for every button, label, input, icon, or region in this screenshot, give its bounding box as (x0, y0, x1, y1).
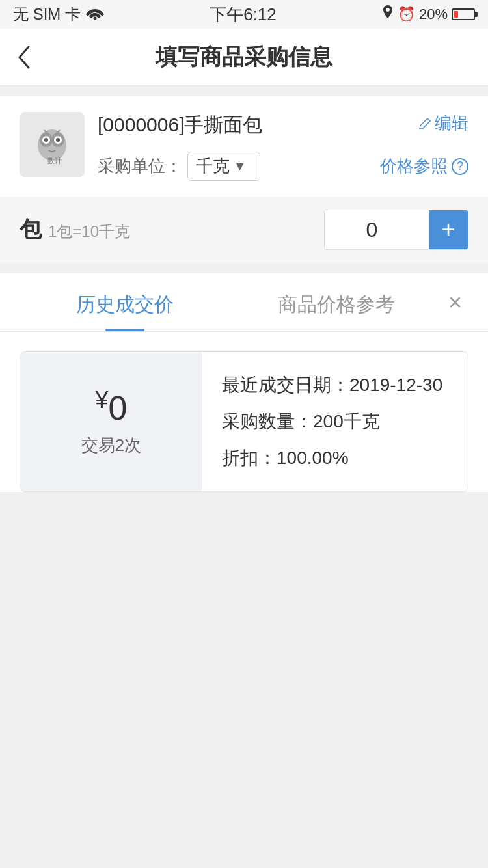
unit-sub: 1包=10千克 (48, 221, 130, 242)
unit-info: 采购单位： 千克 ▼ (98, 152, 260, 181)
back-button[interactable] (16, 44, 31, 70)
product-card: 数计 [0000006]手撕面包 编辑 采购单位： 千克 ▼ 价格参照 (0, 96, 488, 197)
content-area (0, 492, 488, 868)
yen-symbol: ¥ (96, 387, 109, 413)
tab-active-indicator (105, 329, 144, 331)
quantity-plus-button[interactable]: + (429, 210, 468, 249)
transaction-right: 最近成交日期：2019-12-30 采购数量：200千克 折扣：100.00% (202, 352, 468, 491)
quantity-row: 包 1包=10千克 + (0, 197, 488, 263)
quantity-input-group[interactable]: + (324, 210, 468, 250)
tabs-container: 历史成交价 商品价格参考 × ¥0 交易2次 最近成交日期：2019-12-30… (0, 273, 488, 492)
page-title: 填写商品采购信息 (156, 42, 332, 72)
status-left: 无 SIM 卡 (13, 4, 104, 25)
tabs-header: 历史成交价 商品价格参考 × (0, 273, 488, 332)
nav-bar: 填写商品采购信息 (0, 29, 488, 86)
product-thumbnail: 数计 (20, 112, 85, 177)
tab-close-button[interactable]: × (442, 282, 468, 323)
product-name: [0000006]手撕面包 (98, 112, 262, 139)
svg-point-7 (56, 138, 60, 142)
svg-point-6 (44, 138, 48, 142)
recent-date-value: 2019-12-30 (349, 375, 442, 395)
transaction-count: 交易2次 (81, 434, 141, 457)
product-header: [0000006]手撕面包 编辑 (98, 112, 468, 139)
dropdown-arrow-icon: ▼ (234, 159, 247, 174)
recent-date-row: 最近成交日期：2019-12-30 (222, 372, 448, 399)
purchase-qty-value: 200千克 (313, 411, 380, 431)
discount-value: 100.00% (277, 448, 349, 468)
carrier-text: 无 SIM 卡 (13, 4, 81, 25)
location-icon (382, 5, 394, 23)
info-icon: ? (452, 158, 468, 175)
transaction-card: ¥0 交易2次 最近成交日期：2019-12-30 采购数量：200千克 折扣：… (20, 351, 468, 492)
svg-point-0 (94, 17, 97, 20)
wifi-icon (86, 5, 104, 23)
quantity-input[interactable] (325, 210, 429, 249)
unit-value: 千克 (196, 155, 230, 178)
product-info: [0000006]手撕面包 编辑 采购单位： 千克 ▼ 价格参照 ? (98, 112, 468, 181)
purchase-qty-row: 采购数量：200千克 (222, 408, 448, 435)
status-time: 下午6:12 (210, 3, 277, 26)
status-bar: 无 SIM 卡 下午6:12 ⏰ 20% (0, 0, 488, 29)
recent-date-label: 最近成交日期： (222, 375, 349, 395)
transaction-left: ¥0 交易2次 (20, 352, 202, 491)
battery-percent: 20% (419, 6, 448, 23)
quantity-unit-info: 包 1包=10千克 (20, 215, 130, 245)
price-value: 0 (109, 389, 128, 427)
unit-label: 采购单位： (98, 156, 182, 176)
edit-button[interactable]: 编辑 (418, 112, 468, 135)
discount-row: 折扣：100.00% (222, 444, 448, 472)
discount-label: 折扣： (222, 448, 277, 468)
product-logo: 数计 (29, 119, 75, 170)
unit-select[interactable]: 千克 ▼ (187, 152, 260, 181)
svg-text:数计: 数计 (47, 157, 62, 165)
battery-icon (452, 8, 475, 20)
transaction-price: ¥0 (96, 387, 128, 427)
status-right: ⏰ 20% (382, 5, 475, 23)
purchase-qty-label: 采购数量： (222, 411, 313, 431)
tab-price-ref[interactable]: 商品价格参考 (230, 273, 441, 331)
price-ref-button[interactable]: 价格参照 ? (380, 155, 468, 178)
purchase-unit-row: 采购单位： 千克 ▼ 价格参照 ? (98, 152, 468, 181)
tab-history-price[interactable]: 历史成交价 (20, 273, 230, 331)
price-ref-label: 价格参照 (380, 155, 448, 178)
unit-main: 包 (20, 215, 42, 245)
alarm-icon: ⏰ (398, 6, 415, 23)
